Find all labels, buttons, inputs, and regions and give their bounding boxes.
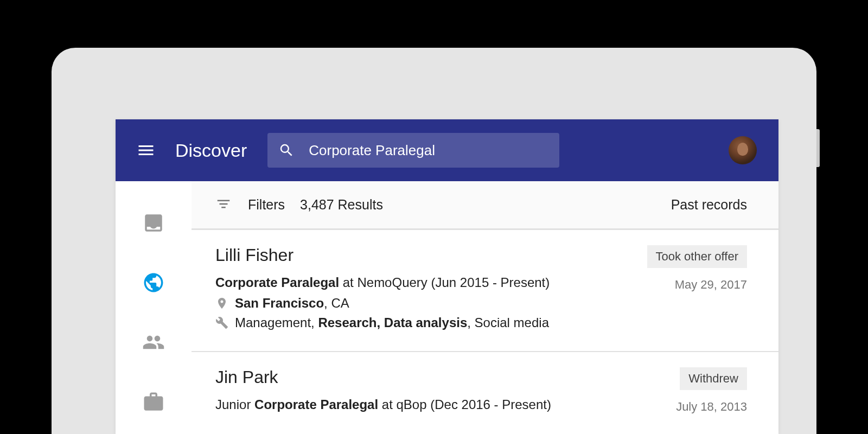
- results-count: 3,487 Results: [300, 197, 383, 213]
- briefcase-icon: [142, 391, 165, 413]
- sidebar-item-jobs[interactable]: [116, 372, 192, 432]
- search-box[interactable]: [267, 133, 559, 168]
- status-badge: Took other offer: [647, 245, 747, 268]
- hamburger-icon: [136, 141, 156, 160]
- content-area: Filters 3,487 Results Past records Lilli…: [192, 181, 778, 434]
- menu-button[interactable]: [135, 139, 157, 161]
- filter-icon: [215, 196, 232, 214]
- app-title: Discover: [175, 140, 247, 161]
- search-icon: [278, 142, 295, 158]
- role-line: Corporate Paralegal at NemoQuery (Jun 20…: [215, 275, 617, 290]
- wrench-icon: [215, 316, 228, 329]
- tablet-frame: Discover: [52, 48, 816, 434]
- status-badge: Withdrew: [680, 367, 747, 390]
- tablet-hardware-button: [816, 129, 820, 167]
- past-records-toggle[interactable]: Past records: [671, 197, 747, 213]
- sidebar-item-inbox[interactable]: [116, 193, 192, 253]
- location-icon: [215, 297, 228, 310]
- result-card[interactable]: Lilli Fisher Corporate Paralegal at Nemo…: [192, 229, 778, 351]
- skills-line: Management, Research, Data analysis, Soc…: [215, 315, 617, 330]
- people-icon: [142, 331, 165, 354]
- avatar[interactable]: [729, 136, 757, 164]
- inbox-icon: [142, 212, 165, 234]
- app-window: Discover: [116, 119, 778, 434]
- person-name: Jin Park: [215, 367, 617, 387]
- appbar: Discover: [116, 119, 778, 181]
- sidebar-item-people[interactable]: [116, 312, 192, 372]
- search-input[interactable]: [309, 142, 548, 159]
- result-card[interactable]: Jin Park Junior Corporate Paralegal at q…: [192, 351, 778, 434]
- filter-bar: Filters 3,487 Results Past records: [192, 181, 778, 229]
- person-name: Lilli Fisher: [215, 245, 617, 265]
- location-line: San Francisco, CA: [215, 296, 617, 311]
- sidebar: [116, 181, 192, 434]
- role-line: Junior Corporate Paralegal at qBop (Dec …: [215, 397, 617, 412]
- record-date: July 18, 2013: [639, 400, 747, 414]
- results-list: Lilli Fisher Corporate Paralegal at Nemo…: [192, 229, 778, 434]
- sidebar-item-discover[interactable]: [116, 253, 192, 312]
- record-date: May 29, 2017: [639, 278, 747, 292]
- filters-button[interactable]: Filters: [248, 197, 285, 213]
- globe-icon: [142, 271, 165, 294]
